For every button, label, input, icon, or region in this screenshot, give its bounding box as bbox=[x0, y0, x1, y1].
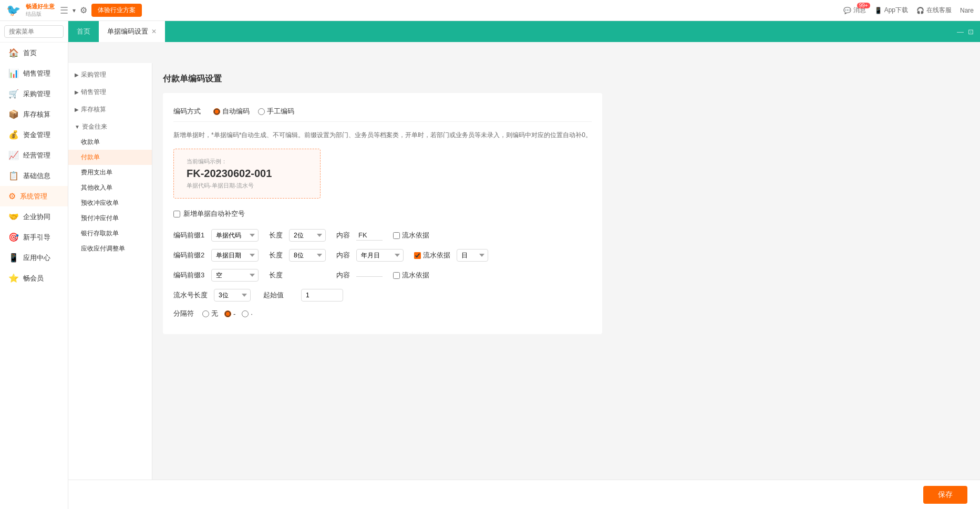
sidebar-item-operations[interactable]: 📈 经营管理 bbox=[0, 145, 68, 165]
sec-group-sales-title[interactable]: ▶ 销售管理 bbox=[68, 85, 152, 100]
finance-icon: 💰 bbox=[8, 130, 19, 140]
sec-item-other-income[interactable]: 其他收入单 bbox=[68, 180, 152, 195]
layout: 🏠 首页 📊 销售管理 🛒 采购管理 📦 库存核算 💰 资金管理 📈 经 bbox=[0, 0, 980, 509]
sec-item-prepay-receivable[interactable]: 预收冲应收单 bbox=[68, 195, 152, 211]
sec-item-expense[interactable]: 费用支出单 bbox=[68, 165, 152, 180]
nav-dropdown[interactable]: ▾ bbox=[73, 7, 76, 14]
tab-encoding[interactable]: 单据编码设置 ✕ bbox=[99, 21, 165, 42]
sep-dot-radio[interactable] bbox=[242, 310, 249, 317]
inventory-icon: 📦 bbox=[8, 109, 19, 119]
prefix1-serial-dep-checkbox[interactable] bbox=[393, 232, 400, 239]
prefix3-serial-dep: 流水依据 bbox=[393, 271, 429, 280]
serial-start-input[interactable] bbox=[301, 289, 343, 302]
autofill-checkbox[interactable] bbox=[173, 211, 180, 217]
settings-card: 编码方式 自动编码 手工编码 新增单据时，*单据编码*自动生成、不可编辑。前缀设… bbox=[163, 93, 602, 334]
arrow-right-icon: ▶ bbox=[75, 72, 79, 78]
prefix-row-1: 编码前缀1 单据代码 长度 2位 内容 FK 流水依据 bbox=[173, 229, 592, 242]
page-title: 付款单编码设置 bbox=[163, 74, 602, 85]
prefix3-label: 编码前缀3 bbox=[173, 271, 205, 280]
sep-dot-option[interactable]: · bbox=[242, 310, 253, 318]
prefix2-length-select[interactable]: 8位 bbox=[289, 249, 326, 262]
sales-icon: 📊 bbox=[8, 68, 19, 78]
prefix2-select[interactable]: 单据日期 bbox=[211, 249, 259, 262]
save-button[interactable]: 保存 bbox=[923, 486, 967, 504]
sep-none-option[interactable]: 无 bbox=[202, 309, 218, 318]
auto-encode-radio[interactable] bbox=[213, 108, 220, 115]
manual-encode-option[interactable]: 手工编码 bbox=[258, 107, 294, 116]
code-preview-label: 当前编码示例： bbox=[187, 158, 307, 165]
code-preview-desc: 单据代码-单据日期-流水号 bbox=[187, 182, 307, 190]
prefix1-content-value: FK bbox=[356, 230, 383, 241]
sec-group-inventory: ▶ 库存核算 bbox=[68, 102, 152, 117]
system-icon: ⚙ bbox=[8, 191, 16, 201]
settings-icon[interactable]: ⚙ bbox=[80, 5, 87, 15]
prefix3-content-label: 内容 bbox=[336, 271, 350, 280]
sep-dash-option[interactable]: - bbox=[224, 310, 235, 318]
serial-row: 流水号长度 3位 起始值 bbox=[173, 289, 592, 302]
auto-encode-option[interactable]: 自动编码 bbox=[213, 107, 250, 116]
tab-maximize-icon[interactable]: ⊡ bbox=[968, 28, 974, 36]
prefix2-serial-dep-select[interactable]: 日 bbox=[457, 249, 488, 262]
prefix1-label: 编码前缀1 bbox=[173, 231, 205, 240]
prefix2-serial-dep-checkbox[interactable] bbox=[414, 252, 421, 259]
prefix1-select[interactable]: 单据代码 bbox=[211, 229, 259, 242]
sec-group-funds: ▼ 资金往来 收款单 付款单 费用支出单 其他收入单 预收冲应收单 预付冲应付单… bbox=[68, 119, 152, 256]
sec-item-prepay-payable[interactable]: 预付冲应付单 bbox=[68, 211, 152, 226]
username: Nare bbox=[960, 7, 974, 14]
serial-length-select[interactable]: 3位 bbox=[214, 289, 251, 302]
sec-item-ap-adjust[interactable]: 应收应付调整单 bbox=[68, 241, 152, 256]
sec-group-inventory-title[interactable]: ▶ 库存核算 bbox=[68, 102, 152, 117]
sec-item-bank-deposit[interactable]: 银行存取款单 bbox=[68, 226, 152, 241]
prefix2-content-label: 内容 bbox=[336, 251, 350, 260]
sidebar-item-purchase[interactable]: 🛒 采购管理 bbox=[0, 84, 68, 104]
prefix1-length-select[interactable]: 2位 bbox=[289, 229, 326, 242]
sidebar-item-home[interactable]: 🏠 首页 bbox=[0, 43, 68, 63]
app-logo: 🐦 bbox=[6, 4, 20, 17]
trial-button[interactable]: 体验行业方案 bbox=[91, 4, 142, 17]
message-item[interactable]: 💬 消息 99+ bbox=[843, 6, 866, 15]
prefix3-length-label: 长度 bbox=[269, 271, 283, 280]
serial-length-label: 流水号长度 bbox=[173, 290, 208, 300]
sidebar-item-basic[interactable]: 📋 基础信息 bbox=[0, 165, 68, 186]
sidebar-item-sales[interactable]: 📊 销售管理 bbox=[0, 63, 68, 84]
autofill-row: 新增单据自动补空号 bbox=[173, 209, 592, 219]
top-bar-left: 🐦 畅通好生意 结品版 ☰ ▾ ⚙ 体验行业方案 bbox=[6, 3, 142, 18]
sidebar-search-area bbox=[0, 21, 68, 43]
tab-minimize-icon[interactable]: — bbox=[957, 28, 964, 36]
autofill-label: 新增单据自动补空号 bbox=[183, 209, 245, 219]
app-download-item[interactable]: 📱 App下载 bbox=[874, 6, 908, 15]
sidebar-item-apps[interactable]: 📱 应用中心 bbox=[0, 247, 68, 268]
prefix2-content-select[interactable]: 年月日 bbox=[356, 249, 404, 262]
prefix3-serial-dep-checkbox[interactable] bbox=[393, 272, 400, 279]
sec-item-payment[interactable]: 付款单 bbox=[68, 150, 152, 165]
secondary-sidebar: ▶ 采购管理 ▶ 销售管理 ▶ 库存核算 ▼ 资金往来 bbox=[68, 63, 152, 509]
message-icon: 💬 bbox=[843, 7, 851, 14]
service-icon: 🎧 bbox=[916, 7, 924, 14]
code-preview-value: FK-20230602-001 bbox=[187, 168, 307, 180]
sep-none-radio[interactable] bbox=[202, 310, 209, 317]
sec-group-funds-title[interactable]: ▼ 资金往来 bbox=[68, 119, 152, 134]
sidebar-item-cooperation[interactable]: 🤝 企业协同 bbox=[0, 206, 68, 227]
top-bar-nav: ☰ ▾ ⚙ 体验行业方案 bbox=[60, 4, 142, 17]
search-input[interactable] bbox=[4, 25, 64, 38]
sidebar: 🏠 首页 📊 销售管理 🛒 采购管理 📦 库存核算 💰 资金管理 📈 经 bbox=[0, 21, 68, 509]
arrow-right-icon3: ▶ bbox=[75, 107, 79, 112]
tab-home[interactable]: 首页 bbox=[68, 21, 99, 42]
sidebar-item-guide[interactable]: 🎯 新手引导 bbox=[0, 227, 68, 247]
prefix-row-2: 编码前缀2 单据日期 长度 8位 内容 年月日 流水依据 bbox=[173, 249, 592, 262]
sec-item-receipt[interactable]: 收款单 bbox=[68, 134, 152, 150]
sidebar-item-system[interactable]: ⚙ 系统管理 bbox=[0, 186, 68, 206]
manual-encode-radio[interactable] bbox=[258, 108, 265, 115]
sep-dash-radio[interactable] bbox=[224, 310, 231, 317]
tab-bar-right: — ⊡ bbox=[957, 28, 980, 36]
online-service-item[interactable]: 🎧 在线客服 bbox=[916, 6, 952, 15]
tab-close-icon[interactable]: ✕ bbox=[151, 28, 157, 35]
sec-group-purchase-title[interactable]: ▶ 采购管理 bbox=[68, 67, 152, 82]
sec-group-purchase: ▶ 采购管理 bbox=[68, 67, 152, 82]
apps-icon: 📱 bbox=[8, 253, 19, 263]
prefix3-select[interactable]: 空 bbox=[211, 269, 259, 282]
sidebar-item-inventory[interactable]: 📦 库存核算 bbox=[0, 104, 68, 124]
sidebar-item-finance[interactable]: 💰 资金管理 bbox=[0, 124, 68, 145]
serial-start-label: 起始值 bbox=[263, 290, 295, 300]
sidebar-item-member[interactable]: ⭐ 畅会员 bbox=[0, 268, 68, 288]
